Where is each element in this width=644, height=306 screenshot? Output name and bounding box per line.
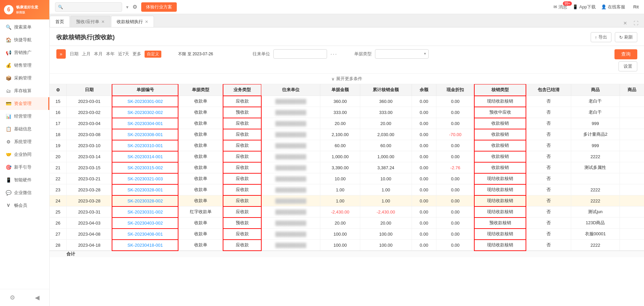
row-doc-no[interactable]: SK-20230302-002 bbox=[112, 107, 178, 118]
sidebar-item-operation[interactable]: 📊 经营管理 bbox=[0, 110, 49, 123]
row-biz-type: 预收款 bbox=[223, 107, 261, 118]
doc-no-link[interactable]: SK-20230403-002 bbox=[127, 221, 163, 226]
sidebar-item-hardware[interactable]: 📱 智能硬件 bbox=[0, 174, 49, 186]
search-box[interactable]: 🔍 bbox=[55, 2, 122, 12]
support-btn[interactable]: 👤 在线客服 bbox=[601, 4, 625, 10]
receipt-type-select[interactable] bbox=[375, 49, 429, 59]
sidebar-item-member[interactable]: V 畅会员 bbox=[0, 199, 49, 212]
doc-no-link[interactable]: SK-20230328-001 bbox=[127, 187, 163, 192]
doc-no-link[interactable]: SK-20230314-001 bbox=[127, 154, 163, 159]
collapse-btn[interactable]: ◀ bbox=[33, 292, 42, 303]
date-opt-7days[interactable]: 近7天 bbox=[118, 51, 129, 57]
tab-collection-close[interactable]: ✕ bbox=[145, 19, 148, 24]
row-doc-no[interactable]: SK-20230328-001 bbox=[112, 184, 178, 195]
table-row: 232023-03-28SK-20230328-001收款单应收款███████… bbox=[50, 184, 644, 195]
row-discount: 0.00 bbox=[436, 240, 475, 251]
tab-home-label: 首页 bbox=[55, 19, 64, 25]
settings-icon[interactable]: ⚙ bbox=[132, 4, 137, 10]
col-header-biz-type: 业务类型 bbox=[223, 84, 261, 96]
row-no: 27 bbox=[50, 229, 66, 240]
message-btn[interactable]: ✉ 消息 99+ bbox=[553, 4, 567, 10]
partner-input[interactable] bbox=[273, 49, 327, 59]
row-balance: 0.00 bbox=[412, 184, 436, 195]
row-doc-no[interactable]: SK-20230301-002 bbox=[112, 96, 178, 107]
doc-no-link[interactable]: SK-20230331-002 bbox=[127, 209, 163, 215]
industry-btn[interactable]: 体验行业方案 bbox=[141, 2, 177, 12]
chevron-down-icon: ∨ bbox=[331, 76, 335, 81]
date-opt-thismonth[interactable]: 本月 bbox=[94, 51, 103, 57]
date-opt-more[interactable]: 更多 bbox=[132, 51, 141, 57]
doc-no-link[interactable]: SK-20230301-002 bbox=[127, 99, 163, 104]
user-name[interactable]: Rit bbox=[633, 4, 639, 9]
row-biz-type: 应收款 bbox=[223, 140, 261, 151]
maximize-btn[interactable]: ⛶ bbox=[632, 19, 640, 27]
tab-collection[interactable]: 收款核销执行 ✕ bbox=[111, 16, 154, 27]
row-doc-no[interactable]: SK-20230408-001 bbox=[112, 229, 178, 240]
app-download-btn[interactable]: 📱 App下载 bbox=[573, 4, 596, 10]
row-goods-img bbox=[620, 151, 644, 162]
filter-settings-btn[interactable]: 设置 bbox=[619, 61, 637, 71]
row-biz-type: 应收款 bbox=[223, 229, 261, 240]
table-row: 192023-03-10SK-20230310-001收款单应收款███████… bbox=[50, 140, 644, 151]
row-doc-no[interactable]: SK-20230331-002 bbox=[112, 206, 178, 218]
row-doc-type: 收款单 bbox=[178, 107, 223, 118]
row-doc-no[interactable]: SK-20230310-001 bbox=[112, 140, 178, 151]
row-doc-no[interactable]: SK-20230321-003 bbox=[112, 173, 178, 184]
tab-home[interactable]: 首页 bbox=[50, 16, 70, 27]
row-goods: 测试jun bbox=[571, 206, 620, 218]
sidebar-label-enterprise: 企业协同 bbox=[14, 151, 32, 158]
table-row: 272023-04-08SK-20230408-001收款单应收款███████… bbox=[50, 229, 644, 240]
row-doc-type: 收款单 bbox=[178, 118, 223, 129]
tab-prepay[interactable]: 预收/应付单 ✕ bbox=[70, 16, 110, 27]
sidebar-item-purchase[interactable]: 📦 采购管理 bbox=[0, 72, 49, 84]
doc-no-link[interactable]: SK-20230418-001 bbox=[127, 243, 163, 248]
sidebar-item-inventory[interactable]: 🗂 库存核算 bbox=[0, 84, 49, 97]
refresh-btn[interactable]: ↻ 刷新 bbox=[615, 32, 637, 42]
row-partner: ██████████ bbox=[261, 195, 320, 206]
row-doc-no[interactable]: SK-20230328-002 bbox=[112, 195, 178, 206]
expand-more-btn[interactable]: ∨ 展开更多条件 bbox=[331, 76, 362, 82]
col-header-gear[interactable]: ⚙ bbox=[50, 84, 66, 96]
row-doc-no[interactable]: SK-20230403-002 bbox=[112, 218, 178, 229]
row-goods: 老白干 bbox=[571, 107, 620, 118]
close-window-btn[interactable]: ✕ bbox=[621, 19, 629, 27]
table-row: 172023-03-04SK-20230304-001收款单应收款███████… bbox=[50, 118, 644, 129]
dropdown-arrow[interactable]: ▾ bbox=[126, 4, 128, 10]
date-opt-thisyear[interactable]: 本年 bbox=[106, 51, 115, 57]
settings-footer-btn[interactable]: ⚙ bbox=[8, 292, 17, 303]
date-custom-btn[interactable]: 自定义 bbox=[145, 51, 161, 58]
doc-no-link[interactable]: SK-20230328-002 bbox=[127, 198, 163, 203]
doc-no-link[interactable]: SK-20230302-002 bbox=[127, 110, 163, 115]
row-date: 2023-03-21 bbox=[66, 173, 112, 184]
sidebar-item-enterprise[interactable]: 🤝 企业协同 bbox=[0, 148, 49, 161]
doc-no-link[interactable]: SK-20230321-003 bbox=[127, 176, 163, 181]
row-doc-no[interactable]: SK-20230314-001 bbox=[112, 151, 178, 162]
refresh-label: 刷新 bbox=[624, 34, 633, 40]
sidebar-item-marketing[interactable]: 📢 营销推广 bbox=[0, 46, 49, 59]
sidebar-item-wechat[interactable]: 💬 企业微信 bbox=[0, 186, 49, 199]
sidebar-item-system[interactable]: ⚙ 系统管理 bbox=[0, 135, 49, 148]
row-partner: ██████████ bbox=[261, 129, 320, 140]
filter-toggle-btn[interactable]: » bbox=[56, 49, 66, 59]
row-doc-no[interactable]: SK-20230304-001 bbox=[112, 118, 178, 129]
doc-no-link[interactable]: SK-20230315-002 bbox=[127, 165, 163, 170]
doc-no-link[interactable]: SK-20230310-001 bbox=[127, 143, 163, 148]
sidebar-item-finance[interactable]: 💳 资金管理 bbox=[0, 97, 49, 110]
row-doc-no[interactable]: SK-20230308-001 bbox=[112, 129, 178, 140]
date-opt-lastmonth[interactable]: 上月 bbox=[82, 51, 91, 57]
export-btn[interactable]: ↑ 导出 bbox=[591, 32, 612, 42]
row-doc-no[interactable]: SK-20230315-002 bbox=[112, 162, 178, 173]
sidebar-label-sales: 销售管理 bbox=[14, 62, 32, 68]
sidebar-item-quick[interactable]: 🏠 快捷导航 bbox=[0, 34, 49, 46]
sidebar-item-basic[interactable]: 📋 基础信息 bbox=[0, 123, 49, 135]
sidebar-item-sales[interactable]: 💰 销售管理 bbox=[0, 59, 49, 72]
row-doc-type: 收款单 bbox=[178, 162, 223, 173]
doc-no-link[interactable]: SK-20230408-001 bbox=[127, 232, 163, 237]
query-btn[interactable]: 查询 bbox=[614, 49, 637, 59]
row-doc-no[interactable]: SK-20230418-001 bbox=[112, 240, 178, 251]
sidebar-item-guide[interactable]: 🎯 新手引导 bbox=[0, 161, 49, 174]
sidebar-item-search[interactable]: 🔍 搜索菜单 bbox=[0, 21, 49, 34]
doc-no-link[interactable]: SK-20230308-001 bbox=[127, 132, 163, 137]
doc-no-link[interactable]: SK-20230304-001 bbox=[127, 121, 163, 126]
tab-prepay-close[interactable]: ✕ bbox=[101, 19, 105, 24]
